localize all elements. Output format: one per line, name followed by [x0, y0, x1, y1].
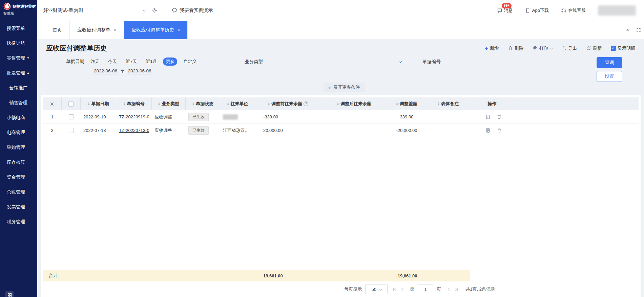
page-nav: [392, 287, 405, 292]
column-header-partner[interactable]: ▲▼往来单位: [220, 97, 255, 110]
tab-adjustment-history[interactable]: 应收应付调整单历史 ×: [124, 21, 188, 39]
app-window: 畅捷通好业财 标准版 搜索菜单 快捷导航 零售管理▼ 批发管理▲ 营销推广 销售…: [0, 0, 644, 297]
date-from-input[interactable]: 2022-06-06: [93, 68, 118, 74]
select-all-checkbox[interactable]: [68, 101, 74, 107]
sidebar-item-label: 资金管理: [7, 174, 25, 180]
column-header-date[interactable]: ▲▼单据日期: [81, 97, 116, 110]
quick-date-custom[interactable]: 自定义: [181, 58, 199, 66]
grid-icon: [7, 293, 12, 297]
trash-icon[interactable]: [497, 128, 502, 133]
column-settings-button[interactable]: [43, 97, 62, 110]
sidebar-item-purchase[interactable]: 采购管理: [0, 140, 37, 155]
column-header-filler: [514, 97, 639, 110]
prev-page-button[interactable]: [400, 287, 405, 292]
quick-date-today[interactable]: 今天: [105, 58, 120, 66]
close-all-tabs-button[interactable]: ×: [622, 21, 633, 39]
date-range: 2022-06-06 至 2023-06-06: [93, 68, 225, 74]
tab-adjustment-doc[interactable]: 应收应付调整单 ×: [70, 21, 124, 39]
sort-icon[interactable]: ▲▼: [268, 102, 270, 106]
column-header-status[interactable]: ▲▼单据状态: [186, 97, 220, 110]
chevron-down-icon: [399, 60, 402, 63]
close-icon[interactable]: ×: [113, 27, 116, 33]
sidebar-item-funds[interactable]: 资金管理: [0, 170, 37, 185]
column-header-balance-after[interactable]: ▲▼调整后往来余额: [321, 97, 387, 110]
topbar: 好业财测试-量勿删 我要看实例演示 99+ 消息 App下载: [37, 0, 644, 21]
settings-button[interactable]: 设置: [597, 71, 622, 82]
sidebar-item-xiaochang-ecommerce[interactable]: 小畅电商: [0, 110, 37, 125]
search-button[interactable]: 查询: [597, 57, 622, 68]
sort-icon[interactable]: ▲▼: [158, 102, 160, 106]
chevron-down-icon: [143, 8, 146, 12]
help-icon[interactable]: ?: [304, 101, 308, 106]
sidebar-item-invoice[interactable]: 发票管理: [0, 200, 37, 214]
fullscreen-button[interactable]: [633, 21, 644, 39]
sort-icon[interactable]: ▲▼: [192, 102, 194, 106]
quick-date-last-month[interactable]: 近1月: [143, 58, 160, 66]
tab-home[interactable]: 首页: [45, 21, 70, 39]
quick-date-last7days[interactable]: 近7天: [123, 58, 140, 66]
sort-icon[interactable]: ▲▼: [437, 102, 440, 106]
sort-icon[interactable]: ▲▼: [396, 102, 398, 106]
settings-gear-button[interactable]: [152, 7, 158, 13]
sidebar-item-sales[interactable]: 销售管理: [0, 95, 37, 110]
tab-label: 首页: [53, 27, 62, 33]
preview-document-icon[interactable]: [485, 114, 491, 119]
demo-link[interactable]: 我要看实例演示: [172, 7, 213, 14]
table-row[interactable]: 2 2022-07-13 TZ-20220713-0 应收调整 已生效 江西省琼…: [43, 124, 639, 137]
online-service-button[interactable]: 在线客服: [561, 7, 586, 14]
expand-more-filters-button[interactable]: » 展开更多条件: [324, 83, 365, 92]
sidebar-item-search-menu[interactable]: 搜索菜单: [0, 21, 37, 36]
sidebar-item-ecommerce[interactable]: 电商管理: [0, 125, 37, 140]
print-button[interactable]: 打印: [533, 45, 552, 51]
sidebar-item-label: 销售管理: [9, 100, 27, 106]
column-header-biz-type[interactable]: ▲▼业务类型: [152, 97, 186, 110]
app-download-button[interactable]: App下载: [525, 7, 549, 14]
doc-no-link[interactable]: TZ-20220713-0: [119, 128, 149, 133]
sidebar-item-inventory[interactable]: 库存核算: [0, 155, 37, 170]
sort-icon[interactable]: ▲▼: [337, 102, 339, 106]
checkbox-checked-icon[interactable]: ✓: [611, 46, 616, 51]
sidebar-item-quick-nav[interactable]: 快捷导航: [0, 36, 37, 51]
biz-type-select[interactable]: [267, 57, 402, 66]
cell-date: 2022-09-19: [81, 110, 116, 123]
per-page-select[interactable]: 50: [365, 284, 388, 294]
preview-document-icon[interactable]: [485, 128, 491, 133]
doc-no-input[interactable]: [445, 57, 580, 66]
date-to-input[interactable]: 2023-06-06: [127, 68, 152, 74]
sidebar-item-tax[interactable]: 税务管理: [0, 214, 37, 229]
messages-button[interactable]: 99+ 消息: [497, 7, 513, 14]
export-button[interactable]: 导出: [561, 45, 577, 51]
show-detail-toggle[interactable]: ✓ 显示明细: [611, 45, 635, 51]
sort-icon[interactable]: ▲▼: [88, 102, 90, 106]
first-page-button[interactable]: [392, 287, 397, 292]
brand-edition: 标准版: [3, 11, 35, 16]
delete-button[interactable]: 删除: [508, 45, 523, 51]
quick-date-yesterday[interactable]: 昨天: [88, 58, 102, 66]
last-page-button[interactable]: [454, 287, 459, 292]
org-selector[interactable]: 好业财测试-量勿删: [43, 7, 145, 14]
column-header-doc-no[interactable]: ▲▼单据编号: [116, 97, 152, 110]
sidebar-bottom-item[interactable]: [5, 291, 14, 297]
sidebar-item-wholesale[interactable]: 批发管理▲: [0, 66, 37, 81]
doc-no-link[interactable]: TZ-20220919-0: [119, 114, 149, 119]
user-name-redacted[interactable]: [598, 5, 636, 16]
sidebar-item-retail[interactable]: 零售管理▼: [0, 51, 37, 66]
sort-icon[interactable]: ▲▼: [123, 102, 126, 106]
next-page-button[interactable]: [446, 287, 451, 292]
summary-label: 合计:: [43, 270, 81, 281]
table-row[interactable]: 1 2022-09-19 TZ-20220919-0 应收调整 已生效 -339…: [43, 110, 639, 124]
column-header-diff[interactable]: ▲▼调整差额: [387, 97, 426, 110]
refresh-button[interactable]: 刷新: [586, 45, 602, 51]
add-button[interactable]: + 新增: [485, 45, 499, 51]
close-icon[interactable]: ×: [177, 27, 180, 33]
column-header-balance-before[interactable]: ▲▼调整前往来余额?: [255, 97, 321, 110]
page-number-input[interactable]: [418, 284, 433, 294]
row-checkbox[interactable]: [69, 128, 74, 133]
row-checkbox[interactable]: [69, 114, 74, 119]
sidebar-item-general-ledger[interactable]: 总账管理: [0, 185, 37, 200]
trash-icon[interactable]: [497, 114, 502, 119]
sidebar-item-marketing[interactable]: 营销推广: [0, 81, 37, 95]
column-header-remark[interactable]: ▲▼表体备注: [426, 97, 470, 110]
quick-date-more[interactable]: 更多: [163, 58, 177, 66]
sort-icon[interactable]: ▲▼: [227, 102, 229, 106]
